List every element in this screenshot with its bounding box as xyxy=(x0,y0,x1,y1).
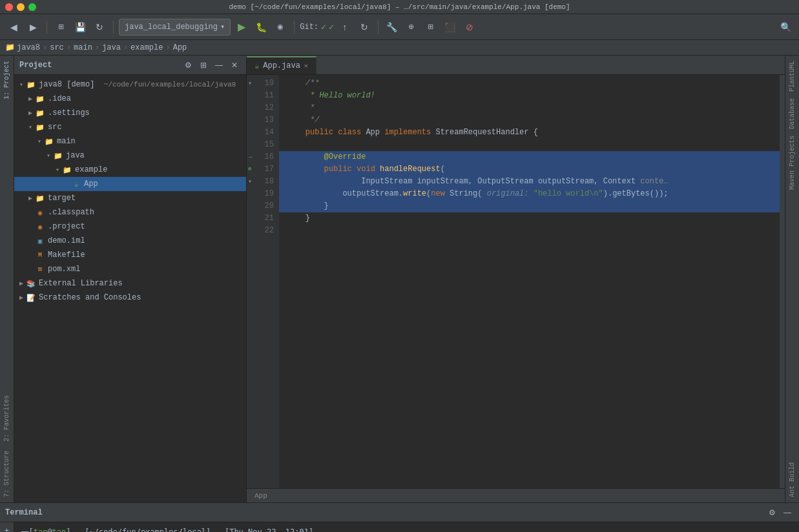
terminal-close-button[interactable]: — xyxy=(781,506,794,519)
project-panel-collapse-button[interactable]: — xyxy=(213,59,225,72)
line-num-13: 13 xyxy=(247,114,279,127)
git-check-icon: ✓ xyxy=(321,22,326,32)
tree-item-settings-folder[interactable]: ▶ 📁 .settings xyxy=(14,106,246,120)
line-num-19: 19 xyxy=(247,188,279,200)
terminal-header: Terminal ⚙ — xyxy=(0,503,799,522)
folder-icon: 📁 xyxy=(5,43,14,52)
breadcrumb-main[interactable]: main xyxy=(74,43,92,52)
fold-icon[interactable]: ▾ xyxy=(248,77,252,90)
line-num-12: 12 xyxy=(247,102,279,114)
scratch-icon: 📝 xyxy=(26,292,36,303)
vcs-button[interactable]: ⊞ xyxy=(422,19,439,36)
breadcrumb-example[interactable]: example xyxy=(130,43,163,52)
breadcrumb-app[interactable]: App xyxy=(173,43,187,52)
stop-button[interactable]: ⊘ xyxy=(461,19,478,36)
dropdown-arrow-icon: ▾ xyxy=(220,22,225,32)
close-button[interactable] xyxy=(5,3,13,11)
sidebar-item-project[interactable]: 1: Project xyxy=(3,58,10,102)
terminal-toolbar-button[interactable]: ⬛ xyxy=(442,19,459,36)
main-area: 1: Project 2: Favorites 7: Structure Pro… xyxy=(0,56,799,502)
debug-button[interactable]: 🐛 xyxy=(253,19,269,36)
settings-button[interactable]: 🔧 xyxy=(384,19,400,36)
project-panel-close-button[interactable]: ✕ xyxy=(228,59,241,72)
tab-app-java[interactable]: ☕ App.java ✕ xyxy=(247,56,316,74)
forward-button[interactable]: ▶ xyxy=(25,19,41,36)
save-button[interactable]: 💾 xyxy=(72,19,88,36)
search-everywhere-button[interactable]: 🔍 xyxy=(777,19,794,36)
terminal-sidebar: + ✕ ┌─[tan@tan] – [~/code/fun/examples/l… xyxy=(0,522,799,532)
code-line-21: } xyxy=(279,212,780,225)
editor-class-label: App xyxy=(254,492,267,500)
tree-item-project-file[interactable]: ◉ .project xyxy=(14,220,246,234)
folder-icon: 📁 xyxy=(26,79,36,90)
breadcrumb-src[interactable]: src xyxy=(50,43,64,52)
xml-icon: m xyxy=(35,264,45,274)
tree-item-demo-iml[interactable]: ▣ demo.iml xyxy=(14,234,246,248)
tree-item-example[interactable]: ▾ 📁 example xyxy=(14,163,246,177)
tree-item-java8[interactable]: ▾ 📁 java8 [demo] ~/code/fun/examples/loc… xyxy=(14,77,246,92)
debug-arrow-icon: → xyxy=(248,151,252,163)
tree-item-src[interactable]: ▾ 📁 src xyxy=(14,120,246,134)
sidebar-plantuml[interactable]: PlantUML xyxy=(789,58,796,94)
line-num-17: ⊕17 xyxy=(247,163,279,176)
tree-item-pom-xml[interactable]: m pom.xml xyxy=(14,262,246,276)
window-title: demo [~/code/fun/examples/local/java8] –… xyxy=(229,3,570,11)
folder-icon: 📁 xyxy=(53,150,63,161)
terminal-line-1: ┌─[tan@tan] – [~/code/fun/examples/local… xyxy=(19,526,794,532)
sidebar-item-structure[interactable]: 7: Structure xyxy=(3,448,10,500)
sidebar-item-favorites[interactable]: 2: Favorites xyxy=(3,393,10,444)
toolbar-right-area: 🔍 xyxy=(777,19,794,36)
breadcrumb-java[interactable]: java xyxy=(102,43,121,52)
line-num-11: 11 xyxy=(247,90,279,102)
project-panel-header: Project ⚙ ⊞ — ✕ xyxy=(14,56,246,75)
code-line-16: @Override xyxy=(279,151,780,163)
project-panel-settings-button[interactable]: ⚙ xyxy=(182,59,194,72)
code-line-11: * Hello world! xyxy=(279,90,780,102)
coverage-button[interactable]: ◉ xyxy=(272,19,289,36)
terminal-add-button[interactable]: + xyxy=(1,525,13,532)
folder-icon: 📁 xyxy=(44,136,54,147)
tree-item-target[interactable]: ▶ 📁 target xyxy=(14,191,246,205)
tab-close-button[interactable]: ✕ xyxy=(304,62,308,70)
git-update-button[interactable]: ↻ xyxy=(356,19,373,36)
run-config-dropdown[interactable]: java_local_debugging ▾ xyxy=(119,19,231,36)
tree-item-external-libraries[interactable]: ▶ 📚 External Libraries xyxy=(14,276,246,291)
run-button[interactable]: ▶ xyxy=(233,19,250,36)
left-sidebar-strip: 1: Project 2: Favorites 7: Structure xyxy=(0,56,14,502)
git-push-button[interactable]: ↑ xyxy=(337,19,353,36)
sync-button[interactable]: ↻ xyxy=(91,19,108,36)
sidebar-ant[interactable]: Ant Build xyxy=(789,460,796,500)
code-content[interactable]: /** * Hello world! * */ public cl xyxy=(279,75,780,488)
terminal-content[interactable]: ┌─[tan@tan] – [~/code/fun/examples/local… xyxy=(14,522,799,532)
tree-item-makefile[interactable]: M Makefile xyxy=(14,248,246,262)
sidebar-maven[interactable]: Maven Projects xyxy=(789,133,796,192)
tree-item-main[interactable]: ▾ 📁 main xyxy=(14,134,246,148)
toolbar-divider-2 xyxy=(113,21,114,34)
code-line-12: * xyxy=(279,102,780,114)
back-button[interactable]: ◀ xyxy=(5,19,22,36)
fold-icon-18[interactable]: ▾ xyxy=(248,176,252,188)
breadcrumb-java8[interactable]: java8 xyxy=(17,43,40,52)
navigate-button[interactable]: ⊞ xyxy=(52,19,69,36)
minimize-button[interactable] xyxy=(17,3,25,11)
fullscreen-button[interactable] xyxy=(28,3,36,11)
tree-item-classpath[interactable]: ◉ .classpath xyxy=(14,205,246,220)
editor-scrollbar[interactable] xyxy=(780,75,785,488)
line-num-22: 22 xyxy=(247,225,279,237)
share-button[interactable]: ⊕ xyxy=(403,19,420,36)
line-num-10: ▾10 xyxy=(247,77,279,90)
sidebar-database[interactable]: Database xyxy=(789,96,796,132)
tree-item-app[interactable]: ☕ App xyxy=(14,177,246,191)
tree-item-java[interactable]: ▾ 📁 java xyxy=(14,148,246,163)
terminal-title: Terminal xyxy=(5,508,43,517)
tree-item-idea[interactable]: ▶ 📁 .idea xyxy=(14,92,246,106)
project-panel-expand-button[interactable]: ⊞ xyxy=(197,59,210,72)
project-tree: ▾ 📁 java8 [demo] ~/code/fun/examples/loc… xyxy=(14,75,246,502)
terminal-header-icons: ⚙ — xyxy=(765,506,794,519)
terminal-settings-button[interactable]: ⚙ xyxy=(765,506,778,519)
git-check2-icon: ✓ xyxy=(329,22,334,32)
line-numbers: ▾10 11 12 13 14 15 16 → ⊕17 ▾18 19 20 21 xyxy=(247,75,279,488)
tree-arrow-settings: ▶ xyxy=(26,108,35,118)
tree-item-scratches[interactable]: ▶ 📝 Scratches and Consoles xyxy=(14,291,246,305)
line-num-20: 20 xyxy=(247,200,279,212)
